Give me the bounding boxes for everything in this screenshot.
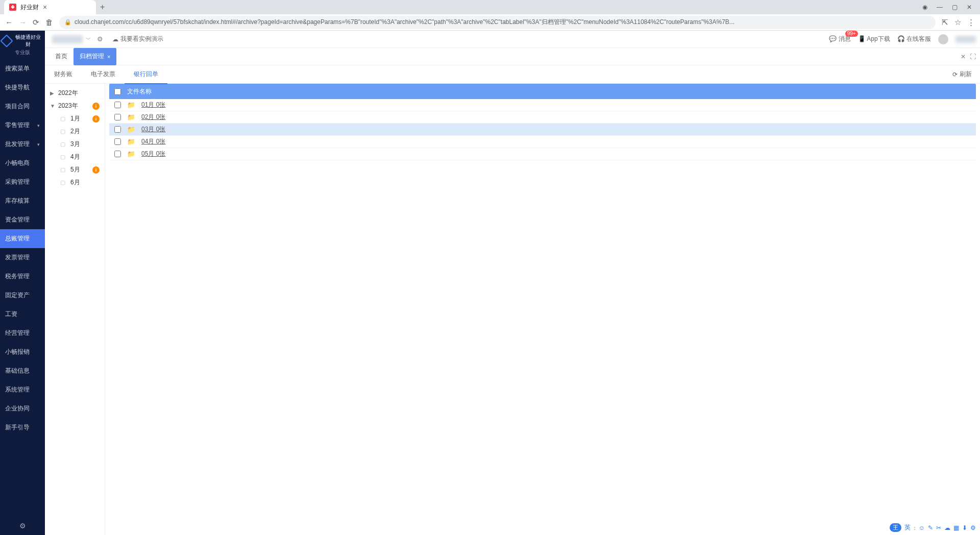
tree-month-label: 6月 — [70, 178, 100, 187]
folder-outline-icon: ▢ — [60, 179, 65, 186]
sidebar-item-17[interactable]: 系统管理 — [0, 380, 45, 399]
ime-lang[interactable]: 英 — [904, 523, 911, 532]
sidebar-settings-icon[interactable]: ⚙ — [0, 517, 45, 535]
sidebar-item-15[interactable]: 小畅报销 — [0, 343, 45, 361]
file-name-link[interactable]: 03月 0张 — [141, 125, 165, 134]
main-area: 首页 归档管理 × ✕ ⛶ 财务账 电子发票 银行回单 ⟳ 刷新 — [45, 48, 980, 535]
sidebar-item-7[interactable]: 库存核算 — [0, 191, 45, 210]
back-button[interactable]: ← — [5, 18, 13, 27]
chevron-down-icon: ﹀ — [86, 36, 91, 43]
sidebar-item-18[interactable]: 企业协同 — [0, 399, 45, 418]
tray-cloud-icon[interactable]: ☁ — [944, 524, 950, 531]
kebab-menu-icon[interactable]: ⋮ — [967, 18, 975, 27]
tree-year-2022[interactable]: ▶ 2022年 — [45, 87, 105, 100]
tray-scissors-icon[interactable]: ✂ — [936, 524, 941, 531]
reload-button[interactable]: ⟳ — [33, 18, 39, 27]
sidebar-item-8[interactable]: 资金管理 — [0, 210, 45, 229]
app-download-button[interactable]: 📱 App下载 — [858, 35, 890, 43]
minimize-icon[interactable]: — — [937, 4, 943, 11]
tree-year-2023[interactable]: ▼ 2023年 i — [45, 100, 105, 112]
sidebar-item-0[interactable]: 搜索菜单 — [0, 59, 45, 78]
refresh-button[interactable]: ⟳ 刷新 — [952, 70, 972, 79]
table-row[interactable]: 📁04月 0张 — [109, 136, 976, 148]
sidebar-item-label: 零售管理 — [5, 121, 30, 130]
forward-button[interactable]: → — [19, 18, 27, 27]
sidebar-item-14[interactable]: 经营管理 — [0, 324, 45, 343]
tree-month-6[interactable]: ▢6月 — [45, 176, 105, 189]
row-checkbox[interactable] — [114, 151, 121, 157]
sidebar-item-2[interactable]: 项目合同 — [0, 97, 45, 116]
tray-image-icon[interactable]: ▦ — [953, 524, 959, 531]
row-checkbox[interactable] — [114, 138, 121, 145]
account-icon[interactable]: ◉ — [922, 4, 927, 11]
subtab-einvoice[interactable]: 电子发票 — [82, 65, 125, 84]
cloud-icon: ☁ — [112, 36, 118, 43]
row-checkbox[interactable] — [114, 102, 121, 108]
table-row[interactable]: 📁02月 0张 — [109, 111, 976, 124]
tree-month-3[interactable]: ▢3月 — [45, 138, 105, 151]
tab-home[interactable]: 首页 — [49, 48, 74, 65]
sidebar-item-1[interactable]: 快捷导航 — [0, 78, 45, 97]
sidebar-item-19[interactable]: 新手引导 — [0, 418, 45, 437]
messages-badge: 99+ — [845, 31, 858, 37]
file-name-link[interactable]: 04月 0张 — [141, 137, 165, 146]
tab-archive[interactable]: 归档管理 × — [74, 48, 116, 65]
tab-close-icon[interactable]: × — [107, 54, 110, 60]
sidebar-item-label: 发票管理 — [5, 253, 30, 262]
table-row[interactable]: 📁01月 0张 — [109, 99, 976, 111]
sidebar-item-9[interactable]: 总账管理 — [0, 229, 45, 248]
url-field[interactable]: 🔒 cloud.chanjet.com/cc/u6d89qwnryel/57bf… — [59, 16, 936, 29]
messages-button[interactable]: 💬 消息 99+ — [829, 35, 850, 43]
table-row[interactable]: 📁03月 0张 — [109, 124, 976, 136]
delete-icon[interactable]: 🗑 — [45, 18, 53, 27]
sidebar-item-5[interactable]: 小畅电商 — [0, 154, 45, 173]
tray-smile-icon[interactable]: ☺ — [919, 524, 925, 531]
close-all-tabs-icon[interactable]: ✕ — [961, 53, 966, 60]
row-checkbox[interactable] — [114, 114, 121, 120]
subtab-finance[interactable]: 财务账 — [45, 65, 82, 84]
online-service-button[interactable]: 🎧 在线客服 — [897, 35, 931, 43]
avatar[interactable] — [938, 34, 948, 44]
select-all-checkbox[interactable] — [114, 88, 121, 95]
sidebar-item-6[interactable]: 采购管理 — [0, 173, 45, 191]
tab-close-icon[interactable]: × — [43, 3, 47, 11]
bookmark-icon[interactable]: ☆ — [954, 18, 961, 27]
close-window-icon[interactable]: ✕ — [967, 4, 972, 11]
sidebar-item-11[interactable]: 税务管理 — [0, 267, 45, 286]
demo-link[interactable]: ☁ 我要看实例演示 — [112, 35, 163, 43]
ime-pill[interactable]: 王 — [890, 523, 901, 532]
tree-month-1[interactable]: ▢1月i — [45, 112, 105, 125]
browser-tab[interactable]: ❖ 好业财 × — [4, 0, 96, 14]
sidebar-item-12[interactable]: 固定资产 — [0, 286, 45, 305]
sidebar-item-13[interactable]: 工资 — [0, 305, 45, 324]
caret-right-icon: ▶ — [50, 90, 55, 96]
file-name-link[interactable]: 02月 0张 — [141, 113, 165, 121]
sidebar-item-10[interactable]: 发票管理 — [0, 248, 45, 267]
fullscreen-icon[interactable]: ⛶ — [970, 53, 976, 60]
tray-download-icon[interactable]: ⬇ — [962, 524, 967, 531]
row-checkbox[interactable] — [114, 126, 121, 133]
file-name-link[interactable]: 01月 0张 — [141, 101, 165, 109]
subtab-bankreceipt-label: 银行回单 — [134, 70, 158, 79]
tray-edit-icon[interactable]: ✎ — [928, 524, 933, 531]
tree-month-4[interactable]: ▢4月 — [45, 151, 105, 163]
sidebar-item-label: 系统管理 — [5, 385, 30, 394]
org-selector[interactable]: ﹀ — [49, 35, 94, 43]
tray-gear-icon[interactable]: ⚙ — [970, 524, 976, 531]
tree-month-label: 3月 — [70, 140, 100, 149]
table-row[interactable]: 📁05月 0张 — [109, 148, 976, 160]
org-settings-icon[interactable]: ⚙ — [97, 35, 103, 43]
new-tab-button[interactable]: + — [100, 3, 105, 12]
lock-icon: 🔒 — [64, 19, 71, 26]
install-app-icon[interactable]: ⇱ — [942, 18, 948, 27]
subtab-bankreceipt[interactable]: 银行回单 — [125, 65, 167, 84]
maximize-icon[interactable]: ▢ — [952, 4, 958, 11]
tree-month-label: 2月 — [70, 127, 100, 136]
sidebar-item-label: 小畅报销 — [5, 348, 30, 356]
sidebar-item-16[interactable]: 基础信息 — [0, 361, 45, 380]
sidebar-item-4[interactable]: 批发管理▾ — [0, 135, 45, 154]
file-name-link[interactable]: 05月 0张 — [141, 150, 165, 158]
tree-month-5[interactable]: ▢5月i — [45, 163, 105, 176]
tree-month-2[interactable]: ▢2月 — [45, 125, 105, 138]
sidebar-item-3[interactable]: 零售管理▾ — [0, 116, 45, 135]
